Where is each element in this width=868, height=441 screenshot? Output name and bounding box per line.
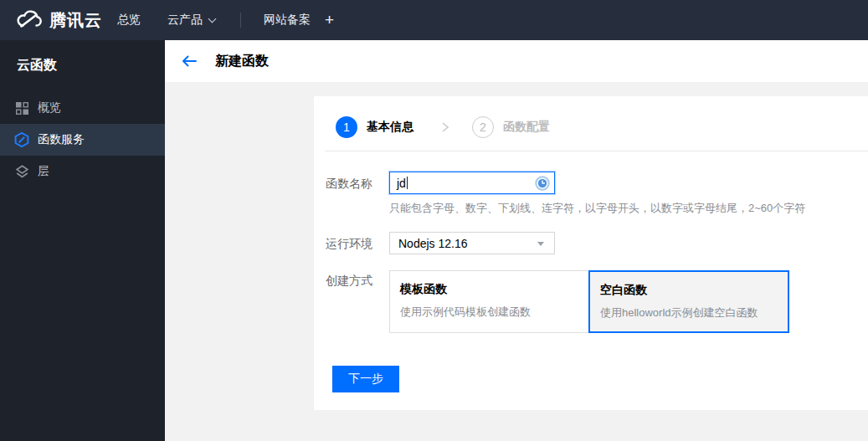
page-title: 新建函数 bbox=[215, 53, 269, 70]
nav-item-overview[interactable]: 总览 bbox=[117, 0, 141, 40]
text-cursor bbox=[407, 177, 408, 189]
option-blank-function[interactable]: 空白函数 使用helloworld示例创建空白函数 bbox=[588, 270, 789, 333]
nav-add-tab-button[interactable]: + bbox=[325, 0, 334, 40]
tencent-cloud-logo[interactable]: 腾讯云 bbox=[15, 0, 102, 40]
cloud-logo-icon bbox=[15, 8, 42, 32]
function-name-input-wrap: jd bbox=[389, 172, 555, 194]
sidebar: 云函数 概览 bbox=[0, 40, 165, 441]
runtime-selected-value: Nodejs 12.16 bbox=[398, 237, 468, 250]
actions-row: 下一步 bbox=[326, 366, 868, 392]
sidebar-item-label: 层 bbox=[38, 164, 49, 179]
nav-item-cloud-products[interactable]: 云产品 bbox=[167, 0, 215, 40]
sidebar-title: 云函数 bbox=[0, 40, 165, 74]
app-window: 腾讯云 总览 云产品 网站备案 + 云函数 概览 bbox=[0, 0, 868, 441]
top-navbar: 腾讯云 总览 云产品 网站备案 + bbox=[0, 0, 868, 40]
option-template-function[interactable]: 模板函数 使用示例代码模板创建函数 bbox=[389, 270, 588, 333]
sidebar-item-overview[interactable]: 概览 bbox=[0, 92, 165, 124]
creation-method-options: 模板函数 使用示例代码模板创建函数 空白函数 使用helloworld示例创建空… bbox=[389, 270, 789, 333]
step-chevron-icon bbox=[441, 121, 449, 133]
scf-hexagon-icon bbox=[13, 131, 30, 148]
wizard-steps: 1 基本信息 2 函数配置 bbox=[314, 96, 868, 138]
grid-icon bbox=[13, 100, 30, 116]
sidebar-item-label: 概览 bbox=[38, 100, 61, 115]
validating-clock-icon bbox=[535, 176, 550, 193]
step-2-indicator: 2 bbox=[472, 116, 494, 138]
content-area: 1 基本信息 2 函数配置 函数名称 jd bbox=[165, 82, 868, 441]
option-desc: 使用示例代码模板创建函数 bbox=[400, 305, 578, 320]
basic-info-form: 函数名称 jd 只能包含字母、数 bbox=[314, 151, 868, 392]
nav-item-website-icp[interactable]: 网站备案 bbox=[264, 0, 311, 40]
back-arrow-icon[interactable] bbox=[179, 52, 199, 70]
function-name-hint: 只能包含字母、数字、下划线、连字符，以字母开头，以数字或字母结尾，2~60个字符 bbox=[389, 201, 805, 216]
chevron-down-icon bbox=[208, 14, 217, 23]
option-title: 空白函数 bbox=[600, 283, 778, 298]
option-desc: 使用helloworld示例创建空白函数 bbox=[600, 305, 778, 320]
creation-method-label: 创建方式 bbox=[326, 270, 389, 333]
page-header: 新建函数 bbox=[165, 40, 868, 82]
sidebar-item-function-service[interactable]: 函数服务 bbox=[0, 124, 165, 156]
create-function-card: 1 基本信息 2 函数配置 函数名称 jd bbox=[314, 96, 868, 410]
sidebar-item-label: 函数服务 bbox=[38, 132, 85, 147]
function-name-input[interactable]: jd bbox=[389, 172, 555, 194]
option-title: 模板函数 bbox=[400, 282, 578, 297]
runtime-label: 运行环境 bbox=[326, 232, 389, 254]
next-step-button[interactable]: 下一步 bbox=[332, 366, 399, 392]
select-caret-icon bbox=[537, 242, 544, 246]
step-1-indicator: 1 bbox=[336, 116, 357, 138]
sidebar-menu: 概览 函数服务 层 bbox=[0, 92, 165, 187]
nav-divider bbox=[240, 13, 241, 28]
logo-text: 腾讯云 bbox=[49, 9, 102, 32]
runtime-select[interactable]: Nodejs 12.16 bbox=[389, 232, 555, 254]
layers-icon bbox=[13, 163, 30, 180]
sidebar-item-layers[interactable]: 层 bbox=[0, 156, 165, 187]
step-1-label: 基本信息 bbox=[367, 120, 413, 135]
function-name-label: 函数名称 bbox=[326, 172, 389, 216]
plus-icon: + bbox=[325, 11, 334, 29]
step-2-label: 函数配置 bbox=[503, 120, 550, 135]
